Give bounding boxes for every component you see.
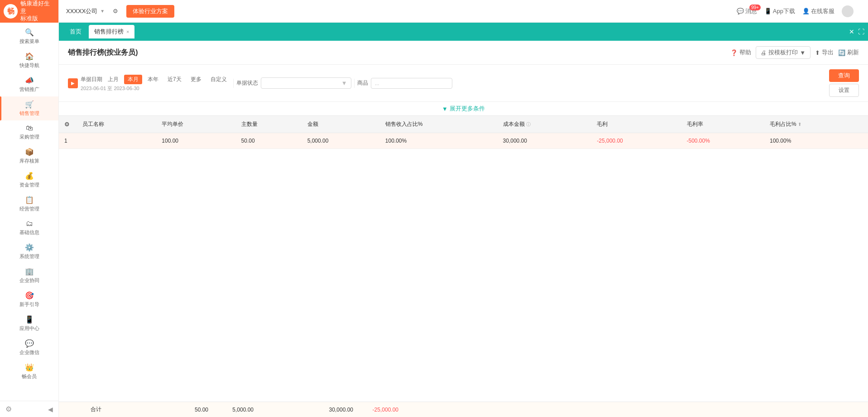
cell-gross: -25,000.00 [591,133,681,149]
date-opt-7days[interactable]: 近7天 [164,75,185,84]
print-button[interactable]: 🖨 按模板打印 ▼ [756,46,810,59]
expand-label: 展开更多条件 [450,105,485,113]
footer-main-qty: 50.00 [172,407,208,413]
top-right-actions: 💬 消息 99+ 📱 App下载 👤 在线客服 [737,5,861,17]
app-icon: 📱 [764,8,772,14]
sidebar-icon-appstore: 📱 [25,315,34,324]
window-close-icon[interactable]: ✕ [849,28,854,35]
sidebar-icon-marketing: 📣 [25,76,34,85]
date-opt-last-month[interactable]: 上月 [104,75,122,84]
service-label: 在线客服 [811,7,834,15]
logo: 畅 畅康通好生意 标准版 [0,0,58,23]
export-button[interactable]: ⬆ 导出 [815,48,834,57]
sidebar-label-marketing: 营销推广 [19,86,39,93]
table-settings-button[interactable]: 设置 [829,84,859,97]
filter-right-buttons: 查询 设置 [829,69,859,97]
refresh-icon: 🔄 [838,49,845,56]
refresh-label: 刷新 [847,48,859,57]
sidebar-nav: 🔍 搜索菜单 🏠 快捷导航 📣 营销推广 🛒 销售管理 🛍 采购管理 📦 库存核… [0,23,58,401]
export-icon: ⬆ [815,49,820,56]
sidebar-item-corp[interactable]: 🏢 企业协同 [0,264,58,288]
date-opt-this-year[interactable]: 本年 [144,75,162,84]
tab-sales-ranking[interactable]: 销售排行榜 × [89,25,134,38]
sidebar-item-wechat[interactable]: 💬 企业微信 [0,336,58,359]
sidebar-label-sales: 销售管理 [19,110,39,117]
app-label: App下载 [773,7,795,15]
footer-gross: -25,000.00 [362,407,398,413]
logo-line1: 畅康通好生意 [20,0,55,15]
sidebar-collapse-icon[interactable]: ◀ [48,406,53,413]
sidebar-item-appstore[interactable]: 📱 应用中心 [0,312,58,336]
goods-select-value: ... [375,80,448,86]
company-select[interactable]: XXXXX公司 ▼ [66,7,105,15]
export-label: 导出 [822,48,834,57]
app-download-button[interactable]: 📱 App下载 [764,7,795,15]
settings-button[interactable]: ⚙ [109,5,122,18]
sidebar-item-finance[interactable]: 💰 资金管理 [0,168,58,192]
goods-select[interactable]: ... [371,78,452,89]
filter-toggle-icon[interactable]: ▶ [68,78,78,88]
column-settings-icon[interactable]: ⚙ [64,121,70,128]
query-button[interactable]: 查询 [829,69,859,82]
print-chevron-icon: ▼ [800,49,806,56]
date-opt-more[interactable]: 更多 [187,75,205,84]
online-service-button[interactable]: 👤 在线客服 [802,7,834,15]
filter-bar: ▶ 单据日期 上月 本月 本年 近7天 更多 自定义 2 [59,65,868,102]
status-select[interactable]: ▼ [261,77,351,89]
window-expand-icon[interactable]: ⛶ [858,28,864,35]
status-select-chevron: ▼ [341,80,347,86]
sidebar-icon-sales: 🛒 [25,100,34,109]
sidebar-item-basic[interactable]: 🗂 基础信息 [0,216,58,240]
th-gross-pct: 毛利占比% ⬆ [764,116,868,133]
help-label: 帮助 [739,48,751,57]
sidebar-item-ops[interactable]: 📋 经营管理 [0,192,58,216]
help-icon: ❓ [730,49,738,56]
expand-conditions-button[interactable]: ▼ 展开更多条件 [442,105,485,113]
date-opt-custom[interactable]: 自定义 [207,75,230,84]
sidebar-item-guide[interactable]: 🎯 新手引导 [0,288,58,312]
date-options: 上月 本月 本年 近7天 更多 自定义 [104,75,230,84]
sidebar-label-system: 系统管理 [19,253,39,260]
chevron-down-icon: ▼ [100,9,105,14]
date-opt-this-month[interactable]: 本月 [124,75,142,84]
sidebar-item-search[interactable]: 🔍 搜索菜单 [0,24,58,48]
tab-home[interactable]: 首页 [62,24,89,39]
sidebar-icon-finance: 💰 [25,172,34,180]
cell-gross-rate: -500.00% [681,133,765,149]
sidebar-item-member[interactable]: 👑 畅会员 [0,359,58,383]
refresh-button[interactable]: 🔄 刷新 [838,48,859,57]
sidebar-label-shortcut: 快捷导航 [19,62,39,69]
sidebar-settings-icon[interactable]: ⚙ [5,405,12,413]
gross-pct-info-icon: ⬆ [798,122,801,127]
sidebar-icon-corp: 🏢 [25,267,34,276]
sidebar-item-system[interactable]: ⚙️ 系统管理 [0,240,58,264]
th-main-qty: 主数量 [236,116,302,133]
user-avatar[interactable] [842,5,854,17]
sidebar-item-sales[interactable]: 🛒 销售管理 [0,96,58,120]
sidebar-item-shortcut[interactable]: 🏠 快捷导航 [0,48,58,72]
print-icon: 🖨 [761,49,767,56]
sidebar-icon-guide: 🎯 [25,291,34,300]
filter-arrow-btn[interactable]: ▶ [68,78,78,88]
sidebar-item-purchase[interactable]: 🛍 采购管理 [0,120,58,144]
tab-close-icon[interactable]: × [126,29,129,34]
sidebar-item-marketing[interactable]: 📣 营销推广 [0,72,58,96]
sidebar-icon-shortcut: 🏠 [25,52,34,61]
sidebar-icon-basic: 🗂 [26,220,33,228]
sidebar-icon-inventory: 📦 [25,148,34,156]
help-button[interactable]: ❓ 帮助 [730,48,751,57]
trial-button[interactable]: 体验行业方案 [126,5,174,18]
sidebar-label-finance: 资金管理 [19,182,39,188]
logo-line2: 标准版 [20,15,55,23]
sidebar-label-search: 搜索菜单 [19,38,39,45]
page-header: 销售排行榜(按业务员) ❓ 帮助 🖨 按模板打印 ▼ ⬆ 导出 🔄 刷新 [59,41,868,65]
content-area: 销售排行榜(按业务员) ❓ 帮助 🖨 按模板打印 ▼ ⬆ 导出 🔄 刷新 [59,41,868,417]
footer-total-label: 合计 [91,406,118,413]
message-button[interactable]: 💬 消息 99+ [737,7,757,15]
cell-main-qty: 50.00 [236,133,302,149]
status-label: 单据状态 [236,79,258,87]
tab-bar: 首页 销售排行榜 × ✕ ⛶ [59,23,868,41]
sidebar-item-inventory[interactable]: 📦 库存核算 [0,144,58,168]
sidebar-footer: ⚙ ◀ [0,401,58,417]
sidebar-icon-purchase: 🛍 [26,124,33,132]
